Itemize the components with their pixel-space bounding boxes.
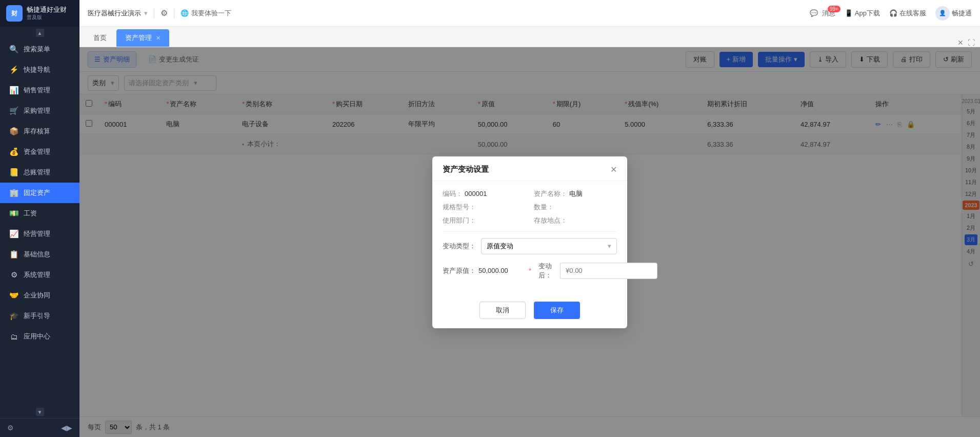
sidebar-item-label: 企业协同 — [24, 291, 50, 300]
cancel-btn[interactable]: 取消 — [479, 302, 526, 319]
dialog-asset-name-item: 资产名称： 电脑 — [534, 189, 617, 198]
dialog-header: 资产变动设置 ✕ — [432, 156, 627, 181]
tab-close-icon[interactable]: ✕ — [156, 35, 161, 42]
dialog-value-row: 资产原值： 50,000.00 * 变动后： — [443, 262, 617, 280]
purchase-icon: 🛒 — [9, 106, 18, 115]
sidebar-item-label: 新手引导 — [24, 311, 50, 321]
sidebar-item-finance[interactable]: 💰 资金管理 — [0, 142, 79, 162]
finance-icon: 💰 — [9, 147, 18, 156]
sidebar-item-label: 搜索菜单 — [24, 45, 50, 54]
content-area: ☰ 资产明细 📄 变更生成凭证 对账 + 新增 批量操作 ▾ — [79, 47, 980, 437]
scroll-up[interactable]: ▲ — [0, 27, 79, 39]
sidebar-item-label: 系统管理 — [24, 270, 50, 280]
sidebar-item-system[interactable]: ⚙ 系统管理 — [0, 265, 79, 285]
experience-label: 我要体验一下 — [191, 9, 231, 18]
sidebar-bottom: ⚙ ◀▶ — [0, 418, 79, 437]
scroll-down-btn[interactable]: ▼ — [36, 408, 44, 416]
tutorial-icon: 🎓 — [9, 311, 18, 321]
dialog-change-type-select[interactable]: 原值变动 ▾ — [481, 238, 617, 254]
dialog-body: 编码： 000001 资产名称： 电脑 规格型号： — [432, 181, 627, 295]
avatar: 👤 — [935, 6, 950, 21]
tab-home[interactable]: 首页 — [85, 29, 115, 47]
sidebar-item-label: 快捷导航 — [24, 65, 50, 74]
dialog-qty-item: 数量： — [534, 203, 617, 212]
sidebar-item-sales[interactable]: 📊 销售管理 — [0, 80, 79, 101]
experience-btn[interactable]: 🌐 我要体验一下 — [181, 9, 231, 18]
topbar: 医疗器械行业演示 ▾ ⚙ 🌐 我要体验一下 💬 消息 99+ 📱 App下载 🎧… — [79, 0, 980, 27]
dialog-original-value: 50,000.00 — [478, 267, 519, 274]
topbar-divider2 — [174, 8, 174, 18]
topbar-settings-icon[interactable]: ⚙ — [161, 8, 168, 18]
tab-asset-label: 资产管理 — [125, 33, 152, 43]
sidebar-item-operations[interactable]: 📈 经营管理 — [0, 224, 79, 244]
sidebar-item-fixed-assets[interactable]: 🏢 固定资产 — [0, 183, 79, 203]
dialog-spec-label: 规格型号： — [443, 203, 476, 212]
scroll-down[interactable]: ▼ — [0, 406, 79, 418]
dialog-row-spec-qty: 规格型号： 数量： — [443, 203, 617, 212]
sidebar-item-ledger[interactable]: 📒 总账管理 — [0, 162, 79, 183]
sidebar-item-basic-info[interactable]: 📋 基础信息 — [0, 244, 79, 265]
dialog-code-value: 000001 — [465, 190, 487, 197]
sidebar-item-enterprise[interactable]: 🤝 企业协同 — [0, 285, 79, 306]
dialog-spec-item: 规格型号： — [443, 203, 526, 212]
dialog-row-code-name: 编码： 000001 资产名称： 电脑 — [443, 189, 617, 198]
sidebar-item-app-center[interactable]: 🗂 应用中心 — [0, 326, 79, 347]
sidebar-item-label: 工资 — [24, 209, 37, 218]
sidebar-item-inventory[interactable]: 📦 库存核算 — [0, 121, 79, 142]
sidebar-item-label: 经营管理 — [24, 229, 50, 239]
scroll-up-btn[interactable]: ▲ — [36, 29, 44, 37]
company-dropdown-icon: ▾ — [144, 9, 148, 17]
sidebar-item-purchase[interactable]: 🛒 采购管理 — [0, 101, 79, 121]
tab-asset-management[interactable]: 资产管理 ✕ — [116, 29, 169, 47]
dialog-original-label: 资产原值： — [443, 266, 473, 275]
sidebar: 财 畅捷通好业财 普及版 ▲ 🔍 搜索菜单 ⚡ 快捷导航 📊 销售管理 🛒 采购… — [0, 0, 79, 437]
sidebar-item-label: 销售管理 — [24, 86, 50, 95]
tab-close-all-icon[interactable]: ✕ — [957, 38, 964, 47]
app-download-btn[interactable]: 📱 App下载 — [845, 9, 880, 18]
app-version: 普及版 — [27, 14, 67, 21]
dialog-dept-label: 使用部门： — [443, 216, 476, 225]
required-mark: * — [529, 267, 531, 274]
collapse-icon[interactable]: ◀▶ — [61, 424, 72, 432]
experience-icon: 🌐 — [181, 9, 189, 17]
app-name: 畅捷通好业财 — [27, 6, 67, 14]
service-icon: 🎧 — [889, 9, 897, 17]
sidebar-item-label: 基础信息 — [24, 250, 50, 259]
system-icon: ⚙ — [9, 270, 18, 280]
dialog-code-label: 编码： — [443, 189, 463, 198]
company-name: 医疗器械行业演示 — [88, 9, 141, 18]
sidebar-item-payroll[interactable]: 💵 工资 — [0, 203, 79, 224]
sidebar-item-quick-nav[interactable]: ⚡ 快捷导航 — [0, 59, 79, 80]
dialog-divider — [443, 231, 617, 232]
tabs-bar: 首页 资产管理 ✕ ✕ ⛶ — [79, 27, 980, 47]
sidebar-item-search[interactable]: 🔍 搜索菜单 — [0, 39, 79, 59]
sidebar-item-label: 总账管理 — [24, 168, 50, 177]
company-selector[interactable]: 医疗器械行业演示 ▾ — [88, 9, 148, 18]
modal-overlay: 资产变动设置 ✕ 编码： 000001 资产名称： 电脑 — [79, 47, 980, 437]
main-area: 医疗器械行业演示 ▾ ⚙ 🌐 我要体验一下 💬 消息 99+ 📱 App下载 🎧… — [79, 0, 980, 437]
topbar-right: 💬 消息 99+ 📱 App下载 🎧 在线客服 👤 畅捷通 — [810, 6, 972, 21]
settings-icon[interactable]: ⚙ — [7, 424, 14, 432]
app-download-label: App下载 — [855, 9, 880, 18]
dialog-close-btn[interactable]: ✕ — [610, 165, 617, 174]
message-icon: 💬 — [810, 9, 818, 17]
tab-home-label: 首页 — [93, 33, 107, 43]
after-change-label: 变动后： — [538, 262, 552, 280]
messages-btn[interactable]: 💬 消息 99+ — [810, 9, 835, 18]
sidebar-item-tutorial[interactable]: 🎓 新手引导 — [0, 306, 79, 326]
user-menu[interactable]: 👤 畅捷通 — [935, 6, 972, 21]
fixed-assets-icon: 🏢 — [9, 188, 18, 197]
customer-service-btn[interactable]: 🎧 在线客服 — [889, 9, 926, 18]
after-change-input[interactable] — [560, 263, 657, 279]
dialog-loc-label: 存放地点： — [534, 216, 567, 225]
tab-expand-icon[interactable]: ⛶ — [968, 38, 975, 47]
dialog-code-item: 编码： 000001 — [443, 189, 526, 198]
sidebar-item-label: 采购管理 — [24, 106, 50, 115]
dialog-asset-name-value: 电脑 — [569, 189, 583, 198]
dialog-change-type-value: 原值变动 — [487, 242, 513, 251]
enterprise-icon: 🤝 — [9, 291, 18, 300]
app-center-icon: 🗂 — [9, 332, 18, 341]
dialog-asset-name-label: 资产名称： — [534, 189, 567, 198]
sidebar-item-label: 资金管理 — [24, 147, 50, 156]
save-btn[interactable]: 保存 — [534, 302, 580, 319]
